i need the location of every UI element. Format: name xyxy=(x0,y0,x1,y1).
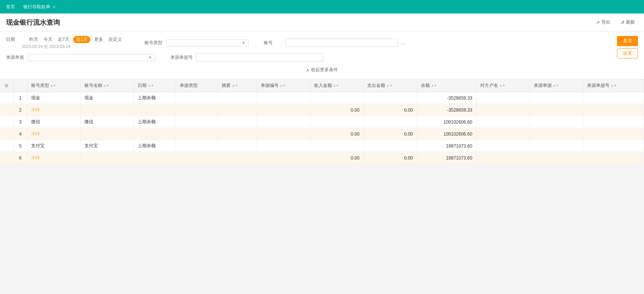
query-button[interactable]: 查询 xyxy=(617,36,638,46)
nav-tab-label: 银行存取款单 xyxy=(23,4,50,10)
table-container: ⚙账号类型▲▼账号名称▲▼日期▲▼单据类型摘要▲▼单据编号▲▼收入金额▲▼支出金… xyxy=(0,79,644,164)
col-header-expense[interactable]: 支出金额▲▼ xyxy=(363,79,417,92)
sort-icon-expense[interactable]: ▲▼ xyxy=(386,84,392,87)
sort-icon-balance[interactable]: ▲▼ xyxy=(431,84,437,87)
nav-tabs: 收款单✕付款单✕其他收入单✕应收应付调整单✕银行存取款单✕预收冲应收单✕收款核销… xyxy=(20,0,69,13)
cell-doc-type-2 xyxy=(176,116,218,128)
cell-account-name-2: 微信 xyxy=(80,116,134,128)
cell-date-1 xyxy=(134,104,176,116)
col-header-income[interactable]: 收入金额▲▼ xyxy=(310,79,363,92)
sort-icon-income[interactable]: ▲▼ xyxy=(333,84,339,87)
row-gear-4[interactable] xyxy=(0,140,14,152)
date-shortcuts: 昨天今天近7天近1月更多自定义 xyxy=(28,36,123,43)
cell-counterpart-3 xyxy=(476,128,530,140)
cell-balance-1: -3528659.33 xyxy=(417,104,476,116)
col-label-source_doc: 来源单据 xyxy=(534,83,552,88)
filter-section: 日期 昨天今天近7天近1月更多自定义 2023-02-24 至 2023-03-… xyxy=(6,36,638,65)
cell-expense-2 xyxy=(363,116,417,128)
row-gear-2[interactable] xyxy=(0,116,14,128)
col-header-balance[interactable]: 余额▲▼ xyxy=(417,79,476,92)
cell-doc-no-2 xyxy=(257,116,310,128)
cell-source-doc-no-2 xyxy=(583,116,644,128)
filter-row-2: 来源单据 ▼ 来源单据号 xyxy=(6,53,611,61)
row-num-3: 4 xyxy=(14,128,27,140)
col-header-source_doc[interactable]: 来源单据▲▼ xyxy=(530,79,583,92)
filter-area: 日期 昨天今天近7天近1月更多自定义 2023-02-24 至 2023-03-… xyxy=(0,31,644,79)
collapse-more-conditions[interactable]: ∧ 收起更多条件 xyxy=(6,65,638,75)
cell-date-4: 上期余额 xyxy=(134,140,176,152)
cell-doc-type-0 xyxy=(176,92,218,104)
col-label-doc_type: 单据类型 xyxy=(180,83,198,88)
sort-icon-account_type[interactable]: ▲▼ xyxy=(50,84,56,87)
date-shortcut-昨天[interactable]: 昨天 xyxy=(28,36,40,43)
sort-icon-date[interactable]: ▲▼ xyxy=(148,84,154,87)
row-num-5: 6 xyxy=(14,152,27,164)
cell-date-5 xyxy=(134,152,176,164)
date-shortcut-自定义[interactable]: 自定义 xyxy=(107,36,123,43)
cell-counterpart-4 xyxy=(476,140,530,152)
col-header-counterpart[interactable]: 对方户名▲▼ xyxy=(476,79,530,92)
data-table: ⚙账号类型▲▼账号名称▲▼日期▲▼单据类型摘要▲▼单据编号▲▼收入金额▲▼支出金… xyxy=(0,79,644,164)
row-gear-1[interactable] xyxy=(0,104,14,116)
col-label-income: 收入金额 xyxy=(314,83,332,88)
sort-icon-source_doc_no[interactable]: ▲▼ xyxy=(611,84,617,87)
source-doc-label: 来源单据 xyxy=(6,54,25,61)
col-header-doc_type: 单据类型 xyxy=(176,79,218,92)
account-dots-button[interactable]: ... xyxy=(399,40,407,46)
row-gear-5[interactable] xyxy=(0,152,14,164)
cell-counterpart-5 xyxy=(476,152,530,164)
refresh-button[interactable]: ↺ 刷新 xyxy=(618,18,638,27)
col-label-source_doc_no: 来源单据号 xyxy=(587,83,609,88)
cell-account-name-4: 支付宝 xyxy=(80,140,134,152)
cell-counterpart-2 xyxy=(476,116,530,128)
sort-icon-doc_no[interactable]: ▲▼ xyxy=(280,84,286,87)
col-header-account_type[interactable]: 账号类型▲▼ xyxy=(27,79,80,92)
sort-icon-counterpart[interactable]: ▲▼ xyxy=(499,84,505,87)
date-shortcut-今天[interactable]: 今天 xyxy=(42,36,54,43)
cell-summary-5 xyxy=(218,152,257,164)
col-header-doc_no[interactable]: 单据编号▲▼ xyxy=(257,79,310,92)
sort-icon-summary[interactable]: ▲▼ xyxy=(232,84,238,87)
cell-account-type-3: 小计 xyxy=(27,128,80,140)
col-header-summary[interactable]: 摘要▲▼ xyxy=(218,79,257,92)
cell-source-doc-no-0 xyxy=(583,92,644,104)
gear-icon[interactable]: ⚙ xyxy=(5,83,9,88)
account-type-select[interactable]: ▼ xyxy=(166,39,249,46)
settings-button[interactable]: 设置 xyxy=(617,48,638,58)
account-input[interactable] xyxy=(285,39,398,47)
cell-source-doc-no-3 xyxy=(583,128,644,140)
cell-account-name-3 xyxy=(80,128,134,140)
col-header-source_doc_no[interactable]: 来源单据号▲▼ xyxy=(583,79,644,92)
header-actions: ↗ 导出 ↺ 刷新 xyxy=(593,18,638,27)
col-label-account_type: 账号类型 xyxy=(31,83,49,88)
col-label-date: 日期 xyxy=(138,83,147,88)
cell-balance-4: 19871073.60 xyxy=(417,140,476,152)
source-doc-no-label: 来源单据号 xyxy=(170,54,193,61)
col-label-account_name: 账号名称 xyxy=(84,83,102,88)
cell-account-name-0: 现金 xyxy=(80,92,134,104)
source-doc-select[interactable]: ▼ xyxy=(28,54,155,61)
table-header: ⚙账号类型▲▼账号名称▲▼日期▲▼单据类型摘要▲▼单据编号▲▼收入金额▲▼支出金… xyxy=(0,79,644,92)
date-shortcut-近7天[interactable]: 近7天 xyxy=(56,36,71,43)
row-gear-0[interactable] xyxy=(0,92,14,104)
nav-tab-close[interactable]: ✕ xyxy=(53,5,56,9)
row-num-1: 2 xyxy=(14,104,27,116)
cell-income-0 xyxy=(310,92,363,104)
source-doc-no-input[interactable] xyxy=(196,53,323,61)
col-header-gear: ⚙ xyxy=(0,79,14,92)
date-shortcut-近1月[interactable]: 近1月 xyxy=(73,36,91,43)
table-row: 3微信微信上期余额100102606.60 xyxy=(0,116,644,128)
cell-doc-type-3 xyxy=(176,128,218,140)
nav-home[interactable]: 首页 xyxy=(2,4,20,10)
table-row: 1现金现金上期余额-3528659.33 xyxy=(0,92,644,104)
date-shortcut-更多[interactable]: 更多 xyxy=(93,36,105,43)
row-gear-3[interactable] xyxy=(0,128,14,140)
col-header-account_name[interactable]: 账号名称▲▼ xyxy=(80,79,134,92)
col-header-date[interactable]: 日期▲▼ xyxy=(134,79,176,92)
cell-source-doc-0 xyxy=(530,92,583,104)
cell-income-3: 0.00 xyxy=(310,128,363,140)
nav-tab-yinghangcunqu[interactable]: 银行存取款单✕ xyxy=(20,0,69,13)
export-button[interactable]: ↗ 导出 xyxy=(593,18,613,27)
sort-icon-account_name[interactable]: ▲▼ xyxy=(104,84,110,87)
sort-icon-source_doc[interactable]: ▲▼ xyxy=(553,84,559,87)
